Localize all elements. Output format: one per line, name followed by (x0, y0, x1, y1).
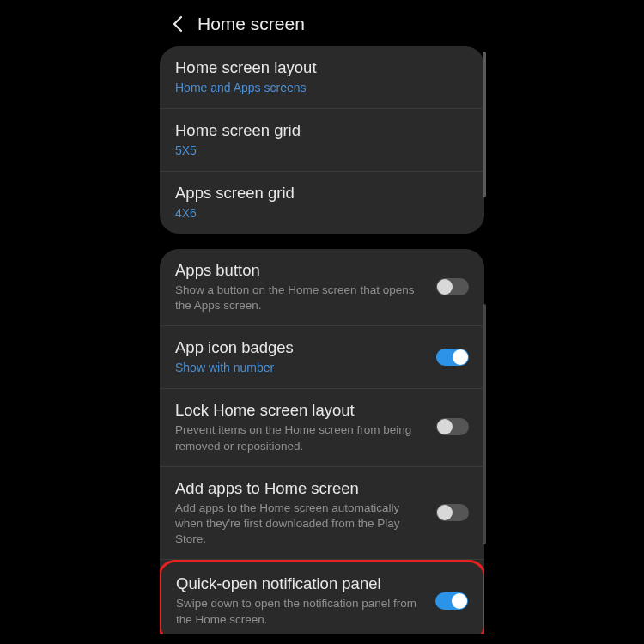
item-subtitle: 4X6 (175, 205, 469, 222)
item-app-icon-badges[interactable]: App icon badges Show with number (160, 326, 484, 389)
item-apps-screen-grid[interactable]: Apps screen grid 4X6 (160, 172, 484, 234)
item-subtitle: Show with number (175, 360, 426, 376)
item-subtitle: Swipe down to open the notification pane… (176, 596, 425, 627)
scrollbar-segment[interactable] (483, 52, 486, 197)
back-icon[interactable] (170, 16, 185, 32)
item-title: Home screen grid (175, 120, 469, 141)
scrollbar-segment[interactable] (483, 304, 486, 544)
item-home-screen-grid[interactable]: Home screen grid 5X5 (160, 109, 484, 172)
item-title: Lock Home screen layout (175, 400, 426, 421)
item-title: Apps screen grid (175, 183, 469, 204)
header: Home screen (155, 5, 489, 46)
item-home-screen-layout[interactable]: Home screen layout Home and Apps screens (160, 46, 484, 109)
item-title: App icon badges (175, 337, 426, 358)
item-title: Add apps to Home screen (175, 478, 426, 499)
item-title: Apps button (175, 260, 426, 281)
item-subtitle: Add apps to the Home screen automaticall… (175, 501, 426, 548)
highlighted-item: Quick-open notification panel Swipe down… (160, 560, 484, 634)
settings-group-options: Apps button Show a button on the Home sc… (160, 249, 484, 634)
settings-group-layout: Home screen layout Home and Apps screens… (160, 46, 484, 234)
item-subtitle: Prevent items on the Home screen from be… (175, 422, 426, 453)
toggle-add-apps[interactable] (436, 504, 469, 521)
page-title: Home screen (197, 14, 305, 34)
item-title: Quick-open notification panel (176, 574, 425, 594)
toggle-lock-layout[interactable] (436, 418, 469, 435)
item-lock-home-screen-layout[interactable]: Lock Home screen layout Prevent items on… (160, 389, 484, 466)
item-apps-button[interactable]: Apps button Show a button on the Home sc… (160, 249, 484, 326)
toggle-apps-button[interactable] (436, 278, 469, 295)
toggle-app-icon-badges[interactable] (436, 349, 469, 366)
item-subtitle: Show a button on the Home screen that op… (175, 283, 426, 313)
toggle-quick-open-notification[interactable] (435, 592, 468, 610)
item-subtitle: Home and Apps screens (175, 80, 469, 96)
item-add-apps-to-home[interactable]: Add apps to Home screen Add apps to the … (160, 467, 484, 561)
item-title: Home screen layout (175, 58, 469, 78)
settings-content[interactable]: Home screen layout Home and Apps screens… (155, 46, 489, 634)
item-quick-open-notification-panel[interactable]: Quick-open notification panel Swipe down… (161, 562, 483, 634)
item-subtitle: 5X5 (175, 143, 469, 159)
phone-frame: Home screen Home screen layout Home and … (155, 0, 489, 644)
